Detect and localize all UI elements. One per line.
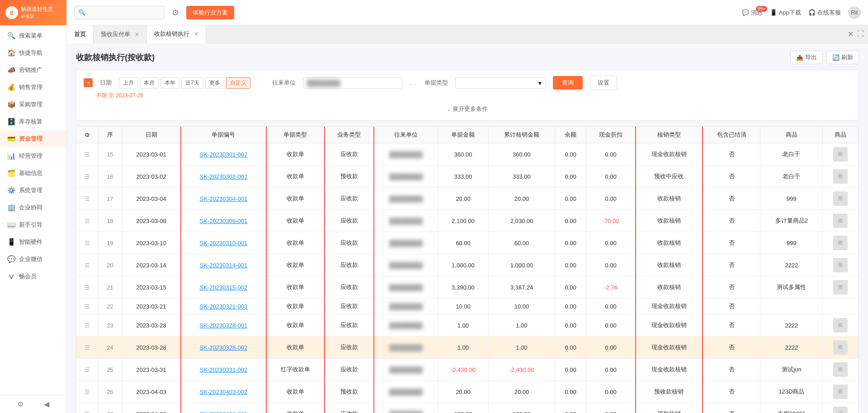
- industry-btn[interactable]: 体验行业方案: [186, 6, 234, 19]
- user-avatar[interactable]: Rit: [848, 6, 861, 19]
- cell-include-settled: 否: [703, 381, 760, 403]
- sidebar-item-business[interactable]: 📊 经营管理: [0, 147, 66, 165]
- tab-collection-label: 收款核销执行: [154, 30, 189, 38]
- topbar-gear-icon[interactable]: ⚙: [172, 8, 179, 18]
- topbar-search-box[interactable]: 🔍: [74, 6, 165, 19]
- bill-no-link[interactable]: SK-20230315-002: [200, 284, 248, 291]
- date-filter-label: 日期: [100, 79, 112, 87]
- cell-goods: 2222: [760, 254, 823, 276]
- cell-no: 17: [98, 188, 122, 210]
- export-btn[interactable]: 📤 导出: [790, 51, 823, 64]
- cell-settings[interactable]: ☰: [76, 166, 98, 188]
- sidebar-item-vip[interactable]: V 畅会员: [0, 268, 66, 285]
- cell-goods-img: 图: [823, 276, 859, 299]
- cell-settings[interactable]: ☰: [76, 143, 98, 166]
- bill-no-link[interactable]: SK-20230304-001: [200, 195, 248, 202]
- phone-icon: 📱: [770, 9, 777, 16]
- partner-value: ████████: [389, 344, 423, 351]
- sidebar-item-enterprise[interactable]: 🏢 企业协同: [0, 199, 66, 216]
- bill-no-link[interactable]: SK-20230301-002: [200, 151, 248, 158]
- sidebar-item-system[interactable]: ⚙️ 系统管理: [0, 182, 66, 199]
- date-more-btn[interactable]: 更多: [205, 77, 224, 89]
- cell-biz-type: 预收款: [325, 166, 374, 188]
- col-no: 序: [98, 127, 122, 143]
- date-this-year-btn[interactable]: 本年: [160, 77, 179, 89]
- bill-no-link[interactable]: SK-20230328-001: [200, 322, 248, 329]
- bill-no-link[interactable]: SK-20230310-001: [200, 240, 248, 247]
- date-prev-month-btn[interactable]: 上月: [119, 77, 138, 89]
- sidebar-item-guide[interactable]: 📖 新手引导: [0, 216, 66, 233]
- finance-icon: 💳: [7, 135, 15, 143]
- cell-bill-type: 收款单: [266, 403, 325, 413]
- cell-settings[interactable]: ☰: [76, 314, 98, 337]
- tab-prepay-close[interactable]: ✕: [135, 31, 139, 38]
- cell-discount: 0.00: [586, 254, 636, 276]
- collapse-icon[interactable]: ◀: [44, 400, 49, 408]
- date-this-month-btn[interactable]: 本月: [140, 77, 159, 89]
- sidebar-label-inventory: 库存核算: [19, 118, 42, 126]
- sidebar-item-purchase[interactable]: 📦 采购管理: [0, 96, 66, 113]
- cell-settings[interactable]: ☰: [76, 276, 98, 299]
- settings-bottom-icon[interactable]: ⚙: [17, 400, 24, 408]
- bill-no-link[interactable]: SK-20230403-002: [200, 389, 248, 395]
- cell-settings[interactable]: ☰: [76, 403, 98, 413]
- sidebar-item-finance[interactable]: 💳 资金管理: [0, 130, 66, 147]
- cell-verified: 1.00: [489, 337, 555, 359]
- maximize-icon[interactable]: ⛶: [857, 30, 864, 38]
- cell-amount: 1,000.00: [438, 254, 488, 276]
- filter-toggle-btn[interactable]: »: [84, 78, 93, 87]
- notification-btn[interactable]: 💬 消息 99+: [742, 9, 763, 17]
- sidebar-item-wechat[interactable]: 💬 企业微信: [0, 251, 66, 268]
- bill-no-link[interactable]: SK-20230302-002: [200, 173, 248, 180]
- cell-partner: ████████: [374, 337, 438, 359]
- cell-partner: ████████: [374, 299, 438, 314]
- tab-collection[interactable]: 收款核销执行 ✕: [147, 25, 206, 43]
- table-row: ☰ 26 2023-04-03 SK-20230403-002 收款单 预收款 …: [76, 381, 859, 403]
- cell-goods: 老白干: [760, 143, 823, 166]
- query-btn[interactable]: 查询: [553, 76, 583, 90]
- bill-no-link[interactable]: SK-20230408-001: [200, 411, 248, 413]
- cell-goods-img: 图: [823, 381, 859, 403]
- sidebar-item-marketing[interactable]: 📣 营销推广: [0, 62, 66, 79]
- date-custom-btn[interactable]: 自定义: [226, 77, 250, 89]
- bill-no-link[interactable]: SK-20230328-002: [200, 344, 248, 351]
- cell-balance: 0.00: [555, 359, 586, 381]
- cell-settings[interactable]: ☰: [76, 359, 98, 381]
- cell-verified: -2,430.00: [489, 359, 555, 381]
- settings-filter-btn[interactable]: 设置: [590, 76, 617, 90]
- bill-no-link[interactable]: SK-20230314-001: [200, 262, 248, 269]
- cell-settings[interactable]: ☰: [76, 210, 98, 232]
- cell-goods: 999: [760, 188, 823, 210]
- cell-goods-img: [823, 299, 859, 314]
- cell-settings[interactable]: ☰: [76, 254, 98, 276]
- col-settings[interactable]: ⚙: [76, 127, 98, 143]
- bill-no-link[interactable]: SK-20230308-001: [200, 218, 248, 224]
- refresh-btn[interactable]: 🔄 刷新: [826, 51, 859, 64]
- cell-discount: 0.00: [586, 381, 636, 403]
- bill-no-link[interactable]: SK-20230331-002: [200, 366, 248, 373]
- app-download-btn[interactable]: 📱 App下载: [770, 9, 801, 17]
- sidebar-item-quick[interactable]: 🏠 快捷导航: [0, 44, 66, 62]
- tab-home[interactable]: 首页: [67, 25, 94, 43]
- unit-input[interactable]: ████████: [303, 77, 402, 89]
- sidebar-item-inventory[interactable]: 🗄️ 库存核算: [0, 113, 66, 130]
- expand-more-btn[interactable]: ⌄ 展开更多条件: [84, 103, 851, 115]
- cell-balance: 0.00: [555, 254, 586, 276]
- sidebar-item-sales[interactable]: 💰 销售管理: [0, 79, 66, 96]
- cell-settings[interactable]: ☰: [76, 337, 98, 359]
- cell-settings[interactable]: ☰: [76, 299, 98, 314]
- cell-settings[interactable]: ☰: [76, 381, 98, 403]
- cell-settings[interactable]: ☰: [76, 232, 98, 254]
- bill-no-link[interactable]: SK-20230321-003: [200, 303, 248, 310]
- sidebar-item-hardware[interactable]: 📱 智能硬件: [0, 233, 66, 251]
- bill-type-select[interactable]: ▾: [455, 77, 546, 89]
- close-all-icon[interactable]: ✕: [848, 30, 854, 38]
- cell-biz-type: 应收款: [325, 254, 374, 276]
- tab-prepay[interactable]: 预收应付单 ✕: [94, 25, 147, 43]
- sidebar-item-basic[interactable]: 🗂️ 基础信息: [0, 165, 66, 182]
- online-support-btn[interactable]: 🎧 在线客服: [808, 9, 841, 17]
- tab-collection-close[interactable]: ✕: [194, 31, 198, 37]
- sidebar-item-search[interactable]: 🔍 搜索菜单: [0, 27, 66, 44]
- cell-settings[interactable]: ☰: [76, 188, 98, 210]
- date-7days-btn[interactable]: 近7天: [181, 77, 203, 89]
